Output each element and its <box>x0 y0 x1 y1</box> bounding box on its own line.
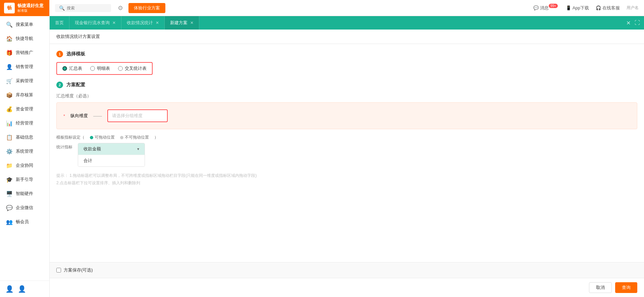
sidebar-item-label: 基础信息 <box>16 134 33 140</box>
app-icon: 📱 <box>566 5 571 10</box>
expand-window-btn[interactable]: ⛶ <box>635 20 640 26</box>
topbar-search-box[interactable]: 🔍 <box>55 4 111 12</box>
metrics-row-total: 合计 <box>78 155 145 166</box>
metrics-section: 模板指标设定（ 可拖动位置 不可拖动位置 ） 统计指标 <box>56 135 637 167</box>
sidebar-item-label: 新手引导 <box>16 177 33 183</box>
tab-new-plan[interactable]: 新建方案 ✕ <box>165 16 199 30</box>
sidebar-item-capital[interactable]: 💰 资金管理 <box>0 102 49 116</box>
metrics-layout: 统计指标 收款金额 ▾ 合计 <box>56 143 637 167</box>
notification-label: 消息 <box>540 5 549 11</box>
footer-avatar1[interactable]: 👤 <box>5 285 14 293</box>
page-footer: 取消 查询 <box>50 278 644 297</box>
topbar: 🔍 ⚙ 体验行业方案 💬 消息 99+ 📱 App下载 🎧 在线客服 用户名 <box>50 0 644 16</box>
radio-detail-input[interactable] <box>90 66 95 71</box>
radio-summary[interactable]: 汇总表 <box>62 65 82 71</box>
sidebar-item-operations[interactable]: 📊 经营管理 <box>0 116 49 130</box>
app-download-label: App下载 <box>573 5 589 11</box>
stats-label: 统计指标 <box>56 145 72 149</box>
online-service-item[interactable]: 🎧 在线客服 <box>596 5 620 11</box>
logo-icon: 畅 <box>4 3 15 13</box>
sidebar-item-system[interactable]: ⚙️ 系统管理 <box>0 144 49 158</box>
metrics-hint-label: 模板指标设定（ <box>56 135 85 140</box>
close-window-btn[interactable]: ✕ <box>626 20 631 26</box>
sidebar-item-inventory[interactable]: 📦 库存核算 <box>0 88 49 102</box>
tab-close-new-plan[interactable]: ✕ <box>190 20 194 25</box>
step1-section: 1 选择模板 汇总表 明细表 交叉统计表 <box>56 51 637 75</box>
chevron-down-icon: ▾ <box>137 147 139 151</box>
sidebar-item-member[interactable]: 👥 畅会员 <box>0 215 49 229</box>
tab-close-bank-query[interactable]: ✕ <box>112 20 116 25</box>
trial-btn[interactable]: 体验行业方案 <box>128 3 165 13</box>
non-draggable-indicator: 不可拖动位置 <box>120 135 149 140</box>
sidebar: 畅 畅捷通好生意 标准版 🔍 搜索菜单 🏠 快捷导航 🎁 营销推广 👤 销售管理… <box>0 0 50 297</box>
sidebar-item-label: 销售管理 <box>16 64 33 70</box>
dimension-area: * 纵向维度 —— 请选择分组维度 <box>56 102 637 129</box>
notification-item[interactable]: 💬 消息 99+ <box>533 5 559 11</box>
footer-avatar2[interactable]: 👤 <box>18 285 26 293</box>
draggable-dot <box>90 136 93 139</box>
box-icon: 📦 <box>6 92 12 98</box>
query-button[interactable]: 查询 <box>615 282 637 293</box>
sidebar-item-label: 营销推广 <box>16 50 33 56</box>
step1-badge: 1 <box>56 51 63 57</box>
tab-bank-query[interactable]: 现金银行流水查询 ✕ <box>69 16 121 30</box>
message-icon: 💬 <box>533 5 539 10</box>
metrics-header[interactable]: 收款金额 ▾ <box>78 143 145 155</box>
page-header: 收款情况统计方案设置 <box>50 30 644 44</box>
sidebar-item-smart-hardware[interactable]: 🖥️ 智能硬件 <box>0 187 49 201</box>
tab-label: 现金银行流水查询 <box>75 20 110 26</box>
folder-icon: 📁 <box>6 162 12 168</box>
tab-label: 收款情况统计 <box>127 20 153 26</box>
radio-detail[interactable]: 明细表 <box>90 65 110 71</box>
dimension-placeholder: 请选择分组维度 <box>112 113 143 119</box>
sidebar-item-enterprise-wechat[interactable]: 💬 企业微信 <box>0 201 49 215</box>
sidebar-item-label: 系统管理 <box>16 148 33 154</box>
required-star: * <box>63 113 65 118</box>
sidebar-item-marketing[interactable]: 🎁 营销推广 <box>0 46 49 60</box>
metrics-header-text: 收款金额 <box>84 146 101 152</box>
tab-collection-stats[interactable]: 收款情况统计 ✕ <box>121 16 165 30</box>
dimension-select[interactable]: 请选择分组维度 <box>107 109 168 122</box>
gear-button[interactable]: ⚙ <box>118 4 123 12</box>
save-checkbox[interactable] <box>56 268 61 273</box>
non-draggable-text: 不可拖动位置 <box>125 135 149 140</box>
graduation-icon: 🎓 <box>6 177 12 183</box>
logo-name: 畅捷通好生意 <box>17 3 44 8</box>
sidebar-item-label: 畅会员 <box>16 219 29 225</box>
app-download-item[interactable]: 📱 App下载 <box>566 5 589 11</box>
chat-icon: 💬 <box>6 205 12 211</box>
sidebar-item-label: 库存核算 <box>16 92 33 98</box>
sidebar-item-label: 搜索菜单 <box>16 21 33 28</box>
topbar-right: 💬 消息 99+ 📱 App下载 🎧 在线客服 用户名 <box>533 5 639 11</box>
radio-cross[interactable]: 交叉统计表 <box>118 65 147 71</box>
dimension-title: 汇总维度（必选） <box>56 93 637 99</box>
logo-text-wrap: 畅捷通好生意 标准版 <box>17 3 44 13</box>
cart-icon: 🛒 <box>6 78 12 84</box>
sidebar-item-search[interactable]: 🔍 搜索菜单 <box>0 17 49 32</box>
sidebar-item-label: 采购管理 <box>16 78 33 84</box>
tab-close-collection-stats[interactable]: ✕ <box>156 20 159 25</box>
sidebar-item-quick-nav[interactable]: 🏠 快捷导航 <box>0 32 49 46</box>
search-input[interactable] <box>67 6 107 10</box>
step2-badge: 2 <box>56 82 63 88</box>
sidebar-item-basic-info[interactable]: 📋 基础信息 <box>0 130 49 144</box>
breadcrumb: 收款情况统计方案设置 <box>56 34 100 39</box>
online-service-label: 在线客服 <box>602 5 620 11</box>
radio-summary-input[interactable] <box>62 66 67 71</box>
sidebar-item-enterprise-collab[interactable]: 📁 企业协同 <box>0 158 49 172</box>
sidebar-item-label: 智能硬件 <box>16 191 33 197</box>
page-content: 收款情况统计方案设置 1 选择模板 汇总表 明细表 <box>50 30 644 278</box>
cancel-button[interactable]: 取消 <box>589 282 612 293</box>
sidebar-footer: 👤 👤 <box>0 281 49 297</box>
sidebar-item-purchase[interactable]: 🛒 采购管理 <box>0 74 49 88</box>
sidebar-item-sales[interactable]: 👤 销售管理 <box>0 60 49 74</box>
search-nav-icon: 🔍 <box>6 21 12 28</box>
metrics-row-text: 合计 <box>84 158 92 163</box>
members-icon: 👥 <box>6 219 12 225</box>
radio-cross-input[interactable] <box>118 66 123 71</box>
sidebar-item-beginner[interactable]: 🎓 新手引导 <box>0 172 49 187</box>
metrics-label-row: 模板指标设定（ 可拖动位置 不可拖动位置 ） <box>56 135 637 140</box>
metrics-hint-suffix: ） <box>154 135 158 140</box>
tab-home[interactable]: 首页 <box>50 16 69 30</box>
dimension-config: 汇总维度（必选） * 纵向维度 —— 请选择分组维度 <box>56 93 637 129</box>
